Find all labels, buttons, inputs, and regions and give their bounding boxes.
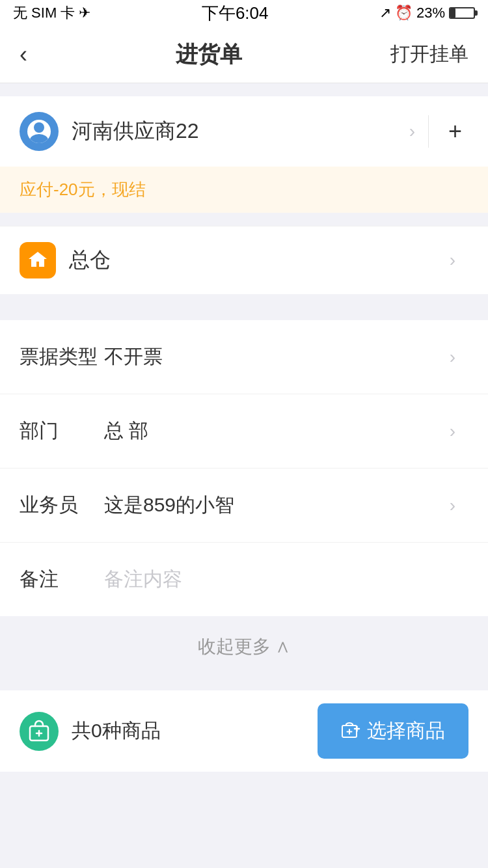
product-count-label: 共0种商品 [72,718,318,744]
supplier-chevron-icon: › [409,121,415,142]
salesperson-value: 这是859的小智 [104,492,450,519]
invoice-type-label: 票据类型 [20,344,104,370]
warehouse-row[interactable]: 总仓 › [0,226,488,294]
battery-icon [449,7,475,19]
status-right: ↗ ⏰ 23% [379,5,475,21]
salesperson-row[interactable]: 业务员 这是859的小智 › [0,468,488,543]
status-bar: 无 SIM 卡 ✈ 下午6:04 ↗ ⏰ 23% [0,0,488,26]
alarm-icon: ⏰ [395,5,413,21]
open-pending-button[interactable]: 打开挂单 [390,41,468,68]
remark-input[interactable]: 备注内容 [104,566,468,593]
supplier-name: 河南供应商22 [72,117,409,146]
supplier-avatar [20,112,59,151]
warehouse-chevron-icon: › [450,250,455,271]
department-row[interactable]: 部门 总 部 › [0,394,488,468]
salesperson-label: 业务员 [20,492,104,519]
add-supplier-button[interactable]: + [442,118,468,145]
divider-3 [0,294,488,307]
collapse-button[interactable]: 收起更多 ∧ [0,616,488,677]
product-bar: 共0种商品 选择商品 [0,690,488,772]
select-product-icon [341,722,360,741]
status-time: 下午6:04 [202,2,269,25]
divider-4 [0,677,488,690]
back-button[interactable]: ‹ [20,41,27,68]
invoice-type-row[interactable]: 票据类型 不开票 › [0,320,488,394]
avatar-icon [27,120,51,143]
remark-row[interactable]: 备注 备注内容 [0,543,488,616]
select-product-label: 选择商品 [367,718,445,744]
notice-bar: 应付-20元，现结 [0,167,488,213]
invoice-type-chevron-icon: › [450,347,455,368]
top-divider [0,83,488,96]
department-value: 总 部 [104,418,450,444]
warehouse-icon [20,242,56,278]
battery-percent: 23% [416,5,445,21]
status-left: 无 SIM 卡 ✈ [13,3,90,23]
supplier-section: 河南供应商22 › + 应付-20元，现结 [0,96,488,213]
warehouse-name: 总仓 [69,246,450,275]
divider-2 [0,213,488,226]
location-icon: ↗ [379,5,391,21]
form-section: 票据类型 不开票 › 部门 总 部 › 业务员 这是859的小智 › 备注 备注… [0,320,488,616]
remark-label: 备注 [20,566,104,593]
collapse-label: 收起更多 ∧ [198,634,291,659]
vertical-divider [428,115,429,148]
supplier-row[interactable]: 河南供应商22 › + [0,96,488,167]
nav-bar: ‹ 进货单 打开挂单 [0,26,488,83]
select-product-button[interactable]: 选择商品 [318,703,468,759]
salesperson-chevron-icon: › [450,495,455,516]
department-label: 部门 [20,418,104,444]
department-chevron-icon: › [450,421,455,442]
warehouse-section: 总仓 › [0,226,488,294]
notice-text: 应付-20元，现结 [20,180,146,199]
sim-label: 无 SIM 卡 ✈ [13,3,90,23]
product-icon [20,712,59,751]
page-title: 进货单 [176,40,242,70]
invoice-type-value: 不开票 [104,344,450,370]
